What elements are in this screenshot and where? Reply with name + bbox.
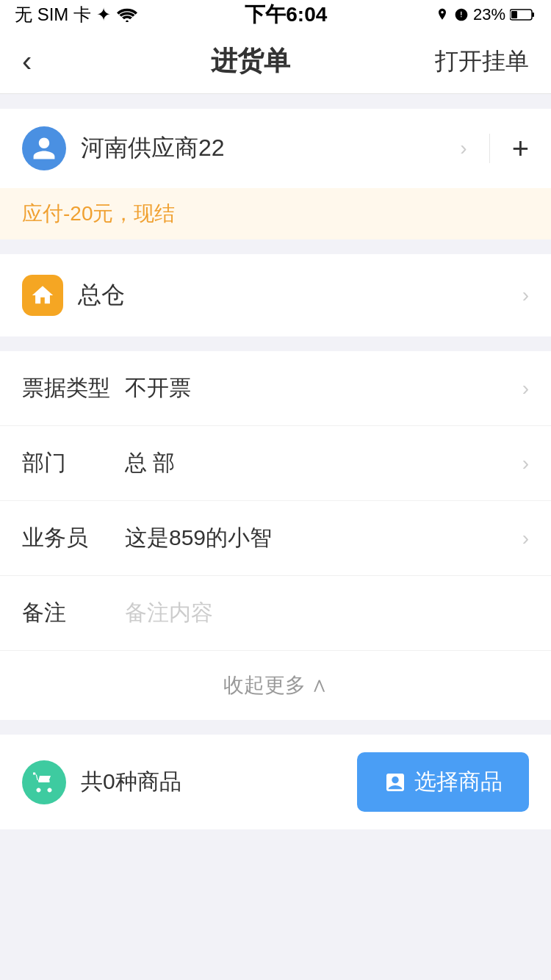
status-right: 23% [435,5,536,24]
warehouse-icon-wrap [22,275,63,316]
status-time: 下午6:04 [245,1,327,29]
svg-rect-2 [532,12,534,17]
mid-divider-2 [0,336,551,351]
select-goods-icon [383,771,407,794]
battery-icon [510,7,536,22]
salesperson-row[interactable]: 业务员 这是859的小智 › [0,500,551,575]
supplier-name: 河南供应商22 [81,132,460,165]
supplier-section: 河南供应商22 › + 应付-20元，现结 [0,109,551,239]
wifi-icon [117,7,137,22]
department-row[interactable]: 部门 总 部 › [0,425,551,500]
salesperson-label: 业务员 [22,523,125,553]
page-title: 进货单 [211,43,290,79]
location-icon [435,7,450,22]
add-supplier-button[interactable]: + [512,132,529,165]
remark-label: 备注 [22,598,125,628]
remark-row[interactable]: 备注 备注内容 [0,575,551,650]
form-section: 票据类型 不开票 › 部门 总 部 › 业务员 这是859的小智 › 备注 备注… [0,351,551,720]
supplier-chevron-icon: › [460,137,467,160]
invoice-type-chevron-icon: › [522,377,529,400]
select-goods-button[interactable]: 选择商品 [357,752,529,812]
select-goods-label: 选择商品 [414,767,503,797]
salesperson-chevron-icon: › [522,527,529,550]
notice-banner: 应付-20元，现结 [0,188,551,239]
cart-icon-wrap [22,760,66,804]
invoice-type-row[interactable]: 票据类型 不开票 › [0,351,551,425]
remark-input[interactable]: 备注内容 [125,598,529,628]
supplier-avatar [22,126,66,170]
invoice-type-value: 不开票 [125,373,522,403]
svg-point-0 [126,21,129,22]
alarm-icon [454,7,469,22]
supplier-row[interactable]: 河南供应商22 › + [0,109,551,188]
collapse-toggle[interactable]: 收起更多 ∧ [0,650,551,720]
bottom-section: 共0种商品 选择商品 [0,735,551,829]
invoice-type-label: 票据类型 [22,373,125,403]
warehouse-icon [30,283,55,308]
salesperson-value: 这是859的小智 [125,523,522,553]
department-chevron-icon: › [522,452,529,475]
status-bar: 无 SIM 卡 ✦ 下午6:04 23% [0,0,551,29]
warehouse-name: 总仓 [78,279,522,311]
warehouse-row[interactable]: 总仓 › [0,254,551,336]
department-label: 部门 [22,448,125,478]
status-left: 无 SIM 卡 ✦ [15,3,137,26]
back-button[interactable]: ‹ [22,45,66,78]
vertical-divider [489,134,490,163]
cart-icon [31,769,57,796]
nav-bar: ‹ 进货单 打开挂单 [0,29,551,94]
svg-rect-3 [511,11,517,18]
department-value: 总 部 [125,448,522,478]
top-divider [0,94,551,109]
warehouse-chevron-icon: › [522,284,529,307]
open-pending-button[interactable]: 打开挂单 [435,46,529,78]
avatar-icon [31,135,57,162]
battery-text: 23% [473,5,505,24]
supplier-actions: › + [460,132,529,165]
mid-divider-1 [0,239,551,254]
signal-text: 无 SIM 卡 ✦ [15,3,111,26]
goods-count: 共0种商品 [81,767,357,797]
warehouse-section: 总仓 › [0,254,551,336]
page-background [0,829,551,980]
